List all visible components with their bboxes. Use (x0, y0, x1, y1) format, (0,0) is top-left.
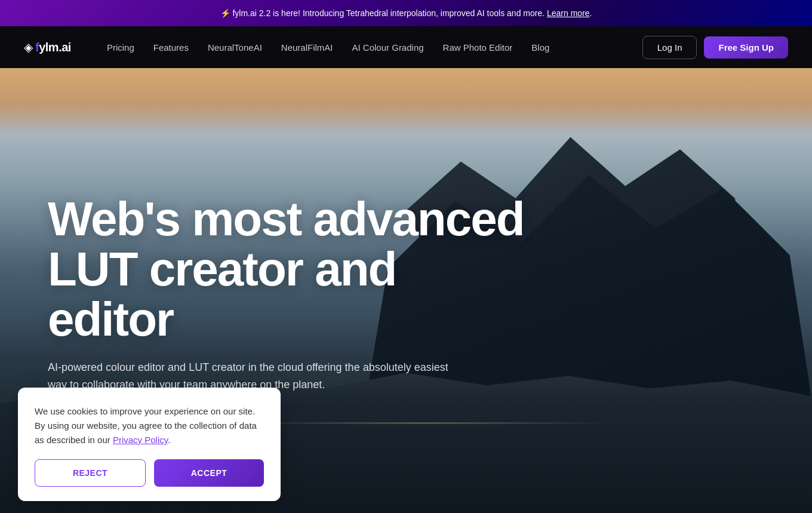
cookie-actions: REJECT ACCEPT (35, 459, 264, 487)
nav-item-blog[interactable]: Blog (531, 42, 549, 53)
login-button[interactable]: Log In (642, 36, 697, 59)
nav-item-raw-photo[interactable]: Raw Photo Editor (443, 42, 513, 53)
accept-button[interactable]: ACCEPT (154, 459, 264, 487)
logo[interactable]: ◈ fylm.ai (24, 40, 71, 54)
logo-text: fylm.ai (35, 41, 71, 54)
navbar: ◈ fylm.ai Pricing Features NeuralToneAI … (0, 26, 812, 68)
nav-links: Pricing Features NeuralToneAI NeuralFilm… (107, 42, 642, 53)
nav-actions: Log In Free Sign Up (642, 36, 788, 59)
nav-item-ai-colour[interactable]: AI Colour Grading (352, 42, 424, 53)
cookie-text: We use cookies to improve your experienc… (35, 404, 264, 447)
hero-content: Web's most advanced LUT creator and edit… (48, 194, 525, 394)
announcement-link[interactable]: Learn more (547, 8, 590, 18)
hero-title-line2: LUT creator and editor (48, 242, 396, 346)
privacy-policy-link[interactable]: Privacy Policy (113, 435, 168, 445)
cookie-banner: We use cookies to improve your experienc… (18, 388, 281, 501)
hero-title: Web's most advanced LUT creator and edit… (48, 194, 525, 345)
hero-title-line1: Web's most advanced (48, 192, 524, 245)
logo-icon: ◈ (24, 40, 33, 54)
nav-item-features[interactable]: Features (153, 42, 189, 53)
signup-button[interactable]: Free Sign Up (704, 36, 788, 59)
nav-item-pricing[interactable]: Pricing (107, 42, 134, 53)
nav-item-neuralfilm[interactable]: NeuralFilmAI (281, 42, 333, 53)
nav-item-neuraltone[interactable]: NeuralToneAI (208, 42, 262, 53)
announcement-text: ⚡ fylm.ai 2.2 is here! Introducing Tetra… (220, 8, 545, 18)
announcement-bar: ⚡ fylm.ai 2.2 is here! Introducing Tetra… (0, 0, 812, 26)
reject-button[interactable]: REJECT (35, 459, 146, 487)
road-line (243, 422, 609, 424)
hero-section: Web's most advanced LUT creator and edit… (0, 68, 812, 513)
